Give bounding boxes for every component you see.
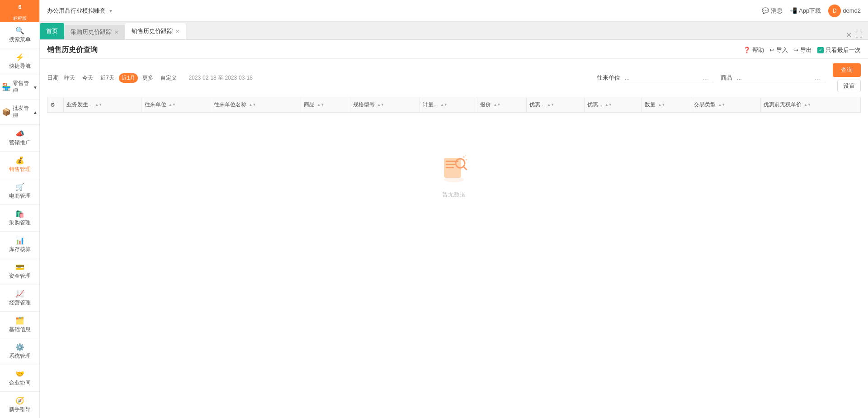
table-col-spec[interactable]: 规格型号 ▲▼ <box>350 97 420 113</box>
table-wrap: ⚙ 业务发生... ▲▼ 往来单位 ▲▼ 往来单位名称 ▲▼ <box>40 97 868 418</box>
partner-input-wrap: ... <box>623 73 713 82</box>
sidebar-item-system-mgmt[interactable]: ⚙️ 系统管理 <box>0 338 39 365</box>
export-button[interactable]: ↪ 导出 <box>793 46 812 54</box>
svg-point-10 <box>466 159 467 161</box>
tab-sales-history[interactable]: 销售历史价跟踪 ✕ <box>125 23 186 39</box>
app-dropdown-button[interactable]: ▾ <box>109 8 112 14</box>
sort-trade-type-icon[interactable]: ▲▼ <box>718 103 725 107</box>
sidebar-item-base-info[interactable]: 🗂️ 基础信息 <box>0 312 39 338</box>
sort-unit-icon[interactable]: ▲▼ <box>440 103 448 107</box>
table-col-partner-name[interactable]: 往来单位名称 ▲▼ <box>211 97 301 113</box>
col-quote-label: 报价 <box>480 101 491 108</box>
sort-biz-date-icon[interactable]: ▲▼ <box>95 103 102 107</box>
table-col-biz-date[interactable]: 业务发生... ▲▼ <box>64 97 142 113</box>
sort-qty-icon[interactable]: ▲▼ <box>658 103 665 107</box>
sort-partner-name-icon[interactable]: ▲▼ <box>249 103 256 107</box>
date-btn-today[interactable]: 今天 <box>80 73 96 83</box>
close-tab-button[interactable]: ✕ <box>846 31 852 39</box>
logo[interactable]: 6 标橙版 <box>0 0 39 22</box>
goods-input[interactable] <box>735 73 815 82</box>
sidebar-item-ecommerce[interactable]: 🛒 电商管理 <box>0 178 39 205</box>
sort-partner-code-icon[interactable]: ▲▼ <box>169 103 176 107</box>
partner-filter-label: 往来单位 <box>597 74 620 82</box>
only-last-checkbox-label[interactable]: 只看最后一次 <box>817 46 861 54</box>
date-btn-1month[interactable]: 近1月 <box>119 73 138 83</box>
tab-home-label: 首页 <box>46 27 58 35</box>
import-button[interactable]: ↩ 导入 <box>769 46 788 54</box>
table-col-partner-code[interactable]: 往来单位 ▲▼ <box>142 97 211 113</box>
sidebar-item-marketing[interactable]: 📣 营销推广 <box>0 125 39 152</box>
maximize-button[interactable]: ⛶ <box>855 31 863 39</box>
app-title: 办公用品行业模拟账套 <box>47 7 106 15</box>
tab-purchase-history-close[interactable]: ✕ <box>114 29 118 35</box>
help-button[interactable]: ❓ 帮助 <box>743 46 764 54</box>
app-download-button[interactable]: 📲 App下载 <box>790 7 821 15</box>
table-col-pretax-price[interactable]: 优惠前无税单价 ▲▼ <box>760 97 860 113</box>
sidebar-item-inventory[interactable]: 📊 库存核算 <box>0 232 39 258</box>
sidebar-item-search-menu[interactable]: 🔍 搜索菜单 <box>0 22 39 48</box>
table-col-discount1[interactable]: 优惠... ▲▼ <box>527 97 585 113</box>
sidebar-item-operations[interactable]: 📈 经营管理 <box>0 285 39 312</box>
sort-pretax-price-icon[interactable]: ▲▼ <box>804 103 811 107</box>
tab-sales-history-close[interactable]: ✕ <box>175 28 179 34</box>
table-col-quote[interactable]: 报价 ▲▼ <box>477 97 527 113</box>
table-col-trade-type[interactable]: 交易类型 ▲▼ <box>691 97 761 113</box>
settings-button[interactable]: 设置 <box>837 80 861 92</box>
quick-nav-icon: ⚡ <box>15 53 24 62</box>
help-icon: ❓ <box>743 47 750 53</box>
sort-quote-icon[interactable]: ▲▼ <box>493 103 500 107</box>
date-btn-yesterday[interactable]: 昨天 <box>61 73 78 83</box>
svg-text:6: 6 <box>18 4 21 10</box>
message-button[interactable]: 💬 消息 <box>762 7 783 15</box>
date-btn-7days[interactable]: 近7天 <box>98 73 117 83</box>
sidebar-item-sales-mgmt[interactable]: 💰 销售管理 <box>0 152 39 178</box>
table-col-gear[interactable]: ⚙ <box>47 97 64 113</box>
sidebar-item-retail-mgmt[interactable]: 🏪 零售管理 ▼ <box>0 75 39 100</box>
sidebar-item-label: 快捷导航 <box>9 62 31 70</box>
table-col-qty[interactable]: 数量 ▲▼ <box>642 97 691 113</box>
table-col-goods[interactable]: 商品 ▲▼ <box>301 97 350 113</box>
goods-filter-label: 商品 <box>721 74 732 82</box>
date-filter-label: 日期 <box>47 74 59 82</box>
svg-point-9 <box>463 156 465 158</box>
sort-goods-icon[interactable]: ▲▼ <box>317 103 324 107</box>
avatar: D <box>828 5 841 17</box>
tab-actions: ✕ ⛶ <box>840 31 868 39</box>
wholesale-mgmt-icon: 📦 <box>2 108 11 116</box>
sort-spec-icon[interactable]: ▲▼ <box>377 103 384 107</box>
date-btn-more[interactable]: 更多 <box>140 73 156 83</box>
partner-picker-button[interactable]: ... <box>703 74 708 81</box>
sidebar-item-enterprise[interactable]: 🤝 企业协同 <box>0 365 39 392</box>
tab-home[interactable]: 首页 <box>40 23 64 39</box>
sidebar-item-wholesale-mgmt[interactable]: 📦 批发管理 ▲ <box>0 100 39 125</box>
main-area: 办公用品行业模拟账套 ▾ 💬 消息 📲 App下载 D demo2 首页 <box>40 0 868 418</box>
sidebar-item-guide[interactable]: 🧭 新手引导 <box>0 392 39 418</box>
col-partner-name-label: 往来单位名称 <box>214 101 246 108</box>
col-discount2-label: 优惠... <box>587 101 603 108</box>
table-col-discount2[interactable]: 优惠... ▲▼ <box>584 97 642 113</box>
sidebar-item-quick-nav[interactable]: ⚡ 快捷导航 <box>0 48 39 75</box>
sidebar-item-label: 搜索菜单 <box>9 36 31 43</box>
search-menu-icon: 🔍 <box>15 26 24 35</box>
sidebar-item-finance[interactable]: 💳 资金管理 <box>0 258 39 285</box>
date-btn-custom[interactable]: 自定义 <box>158 73 179 83</box>
logo-icon: 6 <box>12 0 28 14</box>
date-buttons: 昨天 今天 近7天 近1月 更多 自定义 <box>61 73 179 83</box>
sidebar-item-label: 新手引导 <box>9 406 31 413</box>
partner-input[interactable] <box>623 73 703 82</box>
tab-purchase-history[interactable]: 采购历史价跟踪 ✕ <box>64 25 125 39</box>
col-qty-label: 数量 <box>645 101 656 108</box>
sidebar-item-purchase-mgmt[interactable]: 🛍️ 采购管理 <box>0 205 39 232</box>
sort-discount1-icon[interactable]: ▲▼ <box>547 103 554 107</box>
table-col-unit[interactable]: 计量... ▲▼ <box>420 97 477 113</box>
import-label: 导入 <box>776 46 788 54</box>
goods-picker-button[interactable]: ... <box>815 74 820 81</box>
user-profile-button[interactable]: D demo2 <box>828 5 861 17</box>
empty-state: 暂无数据 <box>47 113 861 235</box>
sidebar-item-label: 基础信息 <box>9 326 31 333</box>
query-button[interactable]: 查询 <box>833 63 861 77</box>
sidebar-item-label: 企业协同 <box>9 379 31 387</box>
only-last-checkbox[interactable] <box>817 47 824 53</box>
sort-discount2-icon[interactable]: ▲▼ <box>605 103 612 107</box>
empty-text: 暂无数据 <box>442 190 466 199</box>
